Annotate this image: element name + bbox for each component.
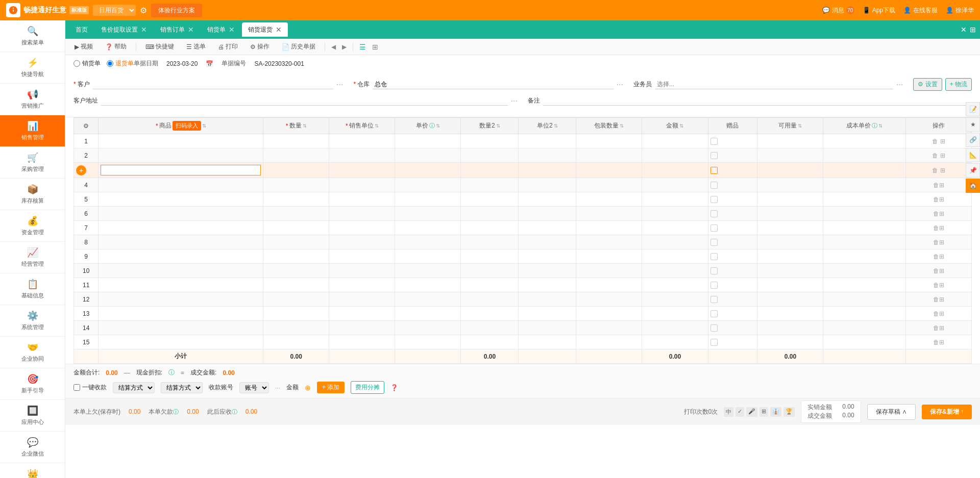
- account-select[interactable]: 账号: [239, 382, 269, 393]
- sidebar-item-collab[interactable]: 🤝 企业协同: [0, 337, 65, 368]
- sidebar-item-quicknav[interactable]: ⚡ 快捷导航: [0, 52, 65, 84]
- sort-qty-icon[interactable]: ⇅: [303, 123, 307, 129]
- add-payment-icon[interactable]: ⊕: [305, 384, 311, 392]
- calc-method-select[interactable]: 结算方式: [113, 382, 155, 393]
- delete-row-icon[interactable]: 🗑: [933, 296, 939, 303]
- float-star-btn[interactable]: ★: [966, 117, 980, 132]
- delete-row-icon[interactable]: 🗑: [932, 138, 938, 145]
- delete-row-icon[interactable]: 🗑: [933, 310, 939, 317]
- copy-row-icon[interactable]: ⊞: [939, 196, 944, 203]
- col-settings[interactable]: ⚙: [74, 118, 99, 134]
- tool-2-icon[interactable]: ✓: [736, 407, 744, 417]
- shortcut-btn[interactable]: ⌨ 快捷键: [142, 41, 177, 52]
- tab-sales-return[interactable]: 销货退货 ✕: [242, 22, 288, 37]
- calc-method-select2[interactable]: 结算方式: [161, 382, 203, 393]
- tab-sales-order-close[interactable]: ✕: [188, 26, 194, 34]
- delete-row-icon[interactable]: 🗑: [933, 239, 939, 246]
- tool-1-icon[interactable]: 中: [724, 407, 733, 417]
- tab-sales-order[interactable]: 销售订单 ✕: [154, 22, 200, 37]
- fee-help-icon[interactable]: ❓: [390, 384, 398, 391]
- float-home-btn[interactable]: 🏠: [966, 179, 980, 193]
- sort-packqty-icon[interactable]: ⇅: [620, 123, 624, 129]
- list-view-icon[interactable]: ☰: [359, 43, 366, 51]
- float-measure-btn[interactable]: 📐: [966, 148, 980, 162]
- delete-row-icon[interactable]: 🗑: [933, 196, 939, 203]
- delete-row-icon[interactable]: 🗑: [933, 253, 939, 260]
- sidebar-item-system[interactable]: ⚙️ 系统管理: [0, 305, 65, 337]
- sidebar-item-guide[interactable]: 🎯 新手引导: [0, 368, 65, 400]
- tool-3-icon[interactable]: 🎤: [746, 407, 757, 417]
- salesperson-input[interactable]: [655, 80, 893, 89]
- tool-5-icon[interactable]: 👔: [770, 407, 781, 417]
- tab-maximize-icon[interactable]: ⊞: [970, 26, 976, 34]
- video-btn[interactable]: ▶ 视频: [71, 41, 96, 52]
- customer-dots[interactable]: ···: [336, 80, 343, 89]
- customer-input[interactable]: [93, 80, 333, 89]
- save-draft-btn[interactable]: 保存草稿 ∧: [867, 404, 916, 420]
- settings-btn[interactable]: ⚙ 设置: [913, 78, 942, 91]
- select-btn[interactable]: ☰ 选单: [183, 41, 209, 52]
- radio-sales-bill-input[interactable]: [74, 60, 80, 67]
- scan-btn[interactable]: 扫码录入: [173, 121, 201, 131]
- tool-6-icon[interactable]: 🏆: [783, 407, 795, 417]
- remark-input[interactable]: [543, 96, 972, 106]
- sidebar-item-inventory[interactable]: 📦 库存核算: [0, 179, 65, 210]
- help-btn[interactable]: ❓ 帮助: [102, 41, 130, 52]
- operate-btn[interactable]: ⚙ 操作: [247, 41, 273, 52]
- copy-row-icon[interactable]: ⊞: [939, 239, 944, 246]
- copy-row-icon[interactable]: ⊞: [940, 167, 945, 174]
- radio-sales-bill[interactable]: 销货单: [74, 59, 101, 68]
- float-note-btn[interactable]: 📝: [966, 102, 980, 116]
- copy-row-icon[interactable]: ⊞: [939, 182, 944, 189]
- delete-row-icon[interactable]: 🗑: [933, 282, 939, 289]
- delete-row-icon[interactable]: 🗑: [933, 182, 939, 189]
- sort-price-icon[interactable]: ⇅: [436, 123, 440, 129]
- one-click-checkbox-input[interactable]: [74, 384, 80, 391]
- copy-row-icon[interactable]: ⊞: [939, 339, 944, 346]
- sidebar-item-apps[interactable]: 🔲 应用中心: [0, 400, 65, 432]
- sort-unit2-icon[interactable]: ⇅: [554, 123, 558, 129]
- radio-return-bill[interactable]: 退货单: [107, 59, 134, 68]
- copy-row-icon[interactable]: ⊞: [939, 324, 944, 332]
- one-click-payment-checkbox[interactable]: 一键收款: [74, 383, 107, 392]
- sort-available-icon[interactable]: ⇅: [798, 123, 802, 129]
- copy-row-icon[interactable]: ⊞: [939, 253, 944, 260]
- sort-unit-icon[interactable]: ⇅: [375, 123, 379, 129]
- delete-row-icon[interactable]: 🗑: [933, 210, 939, 217]
- logistics-btn[interactable]: + 物流: [945, 78, 972, 91]
- sidebar-item-wxwork[interactable]: 💬 企业微信: [0, 432, 65, 463]
- message-btn[interactable]: 💬 消息 70: [822, 6, 854, 15]
- user-menu-btn[interactable]: 👤 徐泽华: [946, 6, 974, 15]
- sidebar-item-search[interactable]: 🔍 搜索菜单: [0, 20, 65, 52]
- tab-home[interactable]: 首页: [69, 22, 94, 37]
- radio-return-bill-input[interactable]: [107, 60, 113, 67]
- address-dots[interactable]: ···: [511, 96, 518, 106]
- tab-price-setting[interactable]: 售价提取设置 ✕: [95, 22, 153, 37]
- sort-product-icon[interactable]: ⇅: [202, 123, 206, 129]
- app-download-btn[interactable]: 📱 App下载: [863, 6, 895, 15]
- delete-row-icon[interactable]: 🗑: [932, 152, 938, 159]
- copy-row-icon[interactable]: ⊞: [939, 224, 944, 232]
- sidebar-item-operations[interactable]: 📈 经营管理: [0, 242, 65, 273]
- discount-info-icon[interactable]: ⓘ: [168, 368, 175, 377]
- copy-row-icon[interactable]: ⊞: [940, 152, 945, 159]
- copy-row-icon[interactable]: ⊞: [939, 282, 944, 289]
- sort-qty2-icon[interactable]: ⇅: [496, 123, 500, 129]
- salesperson-dots[interactable]: ···: [896, 80, 903, 89]
- tab-close-all-icon[interactable]: ✕: [961, 26, 967, 34]
- history-btn[interactable]: 📄 历史单据: [279, 41, 318, 52]
- amount-dots[interactable]: ···: [275, 384, 280, 391]
- sort-amount-icon[interactable]: ⇅: [679, 123, 683, 129]
- tab-sales-bill-close[interactable]: ✕: [229, 26, 235, 34]
- tab-sales-return-close[interactable]: ✕: [276, 26, 282, 34]
- nav-prev-icon[interactable]: ◀: [331, 43, 336, 51]
- copy-row-icon[interactable]: ⊞: [940, 138, 945, 145]
- product-input-active[interactable]: [101, 165, 261, 175]
- sort-cost-icon[interactable]: ⇅: [878, 123, 883, 129]
- sidebar-item-marketing[interactable]: 📢 营销推广: [0, 84, 65, 115]
- copy-row-icon[interactable]: ⊞: [939, 210, 944, 217]
- delete-row-icon[interactable]: 🗑: [933, 267, 939, 274]
- gear-icon[interactable]: ⚙: [140, 6, 147, 15]
- copy-row-icon[interactable]: ⊞: [939, 296, 944, 303]
- delete-row-icon[interactable]: 🗑: [933, 224, 939, 232]
